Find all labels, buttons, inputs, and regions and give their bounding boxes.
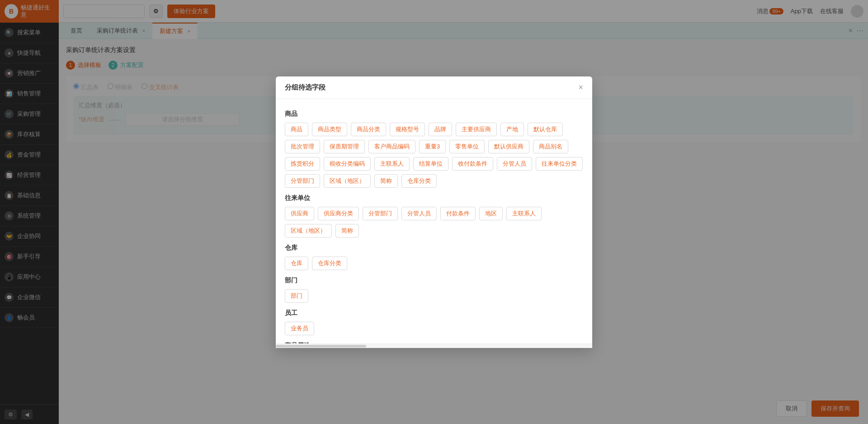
field-manage-person[interactable]: 分管人员	[401, 207, 437, 220]
field-default-supplier[interactable]: 默认供应商	[488, 140, 529, 153]
field-brand[interactable]: 品牌	[429, 123, 452, 136]
field-customer-goods-code[interactable]: 客户商品编码	[368, 140, 415, 153]
field-default-warehouse[interactable]: 默认仓库	[528, 123, 563, 136]
field-batch-mgmt[interactable]: 批次管理	[285, 140, 320, 153]
section-goods-fields: 商品 商品类型 商品分类 规格型号 品牌 主要供应商 产地 默认仓库 批次管理 …	[285, 123, 583, 188]
field-warehouse[interactable]: 仓库	[285, 257, 308, 270]
field-payment-terms[interactable]: 收付款条件	[452, 157, 493, 171]
section-counterpart-fields: 供应商 供应商分类 分管部门 分管人员 付款条件 地区 主联系人 区域（地区） …	[285, 207, 583, 238]
dialog-title: 分组待选字段	[285, 83, 326, 92]
section-counterpart-title: 往来单位	[285, 194, 583, 202]
field-selection-dialog: 分组待选字段 × 商品 商品 商品类型 商品分类 规格型号 品牌 主要供应商 产…	[276, 76, 592, 348]
field-spec-model[interactable]: 规格型号	[390, 123, 425, 136]
field-abbr[interactable]: 简称	[374, 174, 398, 188]
field-region[interactable]: 区域（地区）	[324, 174, 371, 188]
section-goods-title: 商品	[285, 110, 583, 118]
field-counterpart-category[interactable]: 往来单位分类	[536, 157, 583, 171]
field-main-contact2[interactable]: 主联系人	[506, 207, 542, 220]
field-goods[interactable]: 商品	[285, 123, 308, 136]
field-manage-dept[interactable]: 分管部门	[363, 207, 398, 220]
section-dept-title: 部门	[285, 276, 583, 285]
field-shelf-life[interactable]: 保质期管理	[324, 140, 365, 153]
field-main-supplier[interactable]: 主要供应商	[456, 123, 497, 136]
dialog-hscroll-thumb	[276, 345, 366, 348]
field-region2[interactable]: 区域（地区）	[285, 224, 332, 238]
field-dept[interactable]: 分管部门	[285, 174, 320, 188]
field-tax-code[interactable]: 税收分类编码	[324, 157, 371, 171]
field-payment-cond[interactable]: 付款条件	[440, 207, 476, 220]
section-employee-title: 员工	[285, 309, 583, 317]
section-employee-fields: 业务员	[285, 322, 583, 335]
field-goods-type[interactable]: 商品类型	[312, 123, 347, 136]
field-supplier[interactable]: 供应商	[285, 207, 314, 220]
field-department[interactable]: 部门	[285, 289, 308, 303]
field-area[interactable]: 地区	[479, 207, 503, 220]
field-goods-category[interactable]: 商品分类	[351, 123, 386, 136]
dialog-horizontal-scrollbar[interactable]	[276, 343, 592, 348]
dialog-body: 商品 商品 商品类型 商品分类 规格型号 品牌 主要供应商 产地 默认仓库 批次…	[276, 99, 592, 343]
field-main-contact[interactable]: 主联系人	[374, 157, 410, 171]
dialog-close-button[interactable]: ×	[578, 83, 583, 92]
field-supplier-category[interactable]: 供应商分类	[318, 207, 359, 220]
field-manager[interactable]: 分管人员	[497, 157, 532, 171]
field-weight3[interactable]: 重量3	[419, 140, 446, 153]
section-dept-fields: 部门	[285, 289, 583, 303]
field-warehouse-cat[interactable]: 仓库分类	[401, 174, 437, 188]
field-pick-points[interactable]: 拣货积分	[285, 157, 320, 171]
section-warehouse-fields: 仓库 仓库分类	[285, 257, 583, 270]
field-origin[interactable]: 产地	[500, 123, 524, 136]
field-abbr2[interactable]: 简称	[335, 224, 359, 238]
field-retail-unit[interactable]: 零售单位	[449, 140, 485, 153]
section-warehouse-title: 仓库	[285, 244, 583, 252]
dialog-header: 分组待选字段 ×	[276, 76, 592, 99]
field-salesperson[interactable]: 业务员	[285, 322, 314, 335]
field-warehouse-category[interactable]: 仓库分类	[312, 257, 347, 270]
field-settlement-unit[interactable]: 结算单位	[413, 157, 448, 171]
field-goods-alias[interactable]: 商品别名	[533, 140, 568, 153]
